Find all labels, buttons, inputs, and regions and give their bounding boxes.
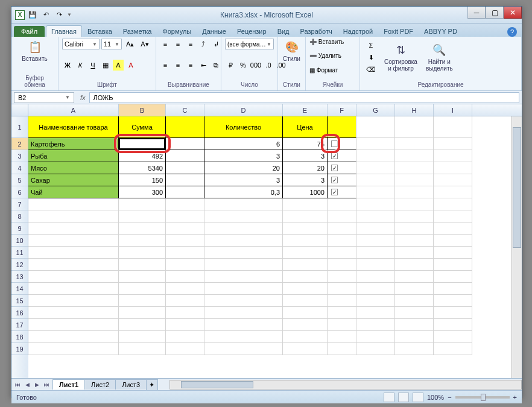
cell[interactable] [283, 198, 328, 210]
row-header-9[interactable]: 9 [11, 222, 28, 235]
nav-next-icon[interactable]: ▶ [32, 380, 42, 390]
cell[interactable] [328, 198, 356, 210]
view-layout-icon[interactable] [398, 393, 409, 402]
cell[interactable] [166, 283, 204, 295]
font-size-combo[interactable]: 11▼ [101, 39, 122, 49]
tab-developer[interactable]: Разработч [295, 25, 338, 37]
delete-cells-button[interactable]: ➖ Удалить [309, 52, 341, 59]
cell[interactable] [395, 198, 434, 210]
cell[interactable] [204, 210, 283, 222]
cell[interactable] [204, 235, 283, 247]
col-header-e[interactable]: E [283, 104, 328, 116]
row-header-1[interactable]: 1 [11, 116, 28, 138]
cell[interactable] [166, 295, 204, 307]
cells-area[interactable]: Наименование товара Сумма Количество Цен… [28, 116, 522, 378]
cell-sum[interactable]: 492 [119, 150, 166, 162]
name-box[interactable]: B2▼ [14, 92, 74, 103]
cell[interactable] [204, 271, 283, 283]
cell[interactable] [166, 162, 204, 174]
merge-icon[interactable]: ⧉ [211, 60, 221, 71]
cell[interactable] [395, 283, 434, 295]
row-header-11[interactable]: 11 [11, 247, 28, 259]
cell[interactable] [356, 174, 395, 186]
cell[interactable] [395, 186, 434, 198]
fill-icon[interactable]: ⬇ [364, 52, 378, 63]
number-format-combo[interactable]: (все форма…▼ [225, 39, 274, 49]
align-left-icon[interactable]: ≡ [160, 60, 171, 71]
cell[interactable] [328, 343, 356, 355]
autosum-icon[interactable]: Σ [364, 40, 378, 51]
cell[interactable] [204, 259, 283, 271]
view-normal-icon[interactable] [384, 393, 394, 402]
select-all-corner[interactable] [11, 104, 28, 116]
cell[interactable] [356, 138, 395, 150]
cell[interactable] [328, 235, 356, 247]
cell[interactable] [356, 271, 395, 283]
cell-qty[interactable]: 0,3 [204, 186, 283, 198]
cell[interactable] [166, 210, 204, 222]
inc-decimal-icon[interactable]: .0 [263, 60, 274, 71]
cell[interactable] [395, 116, 434, 138]
cell[interactable] [328, 271, 356, 283]
cell[interactable] [434, 319, 472, 331]
new-sheet-button[interactable]: ✦ [146, 379, 158, 390]
col-header-h[interactable]: H [395, 104, 434, 116]
nav-last-icon[interactable]: ⏭ [42, 380, 51, 390]
cell[interactable] [395, 138, 434, 150]
align-right-icon[interactable]: ≡ [185, 60, 196, 71]
wrap-icon[interactable]: ↲ [211, 39, 221, 49]
undo-icon[interactable]: ↶ [40, 10, 51, 21]
align-mid-icon[interactable]: ≡ [173, 39, 183, 49]
cell[interactable] [119, 307, 166, 319]
cell[interactable] [166, 222, 204, 235]
checkbox-icon[interactable]: ✓ [331, 153, 338, 159]
save-icon[interactable]: 💾 [27, 10, 38, 21]
font-color-icon[interactable]: A [125, 60, 136, 71]
cell-price[interactable]: 20 [283, 162, 328, 174]
view-break-icon[interactable] [413, 393, 423, 402]
cell[interactable] [283, 210, 328, 222]
row-header-19[interactable]: 19 [11, 343, 28, 355]
font-name-combo[interactable]: Calibri▼ [62, 39, 100, 49]
cell[interactable] [283, 331, 328, 343]
cell[interactable] [356, 343, 395, 355]
col-header-d[interactable]: D [204, 104, 283, 116]
cell[interactable] [356, 162, 395, 174]
cell[interactable] [283, 295, 328, 307]
cell[interactable] [356, 295, 395, 307]
cell[interactable] [356, 235, 395, 247]
cell[interactable] [434, 116, 472, 138]
col-header-f[interactable]: F [328, 104, 356, 116]
cell[interactable] [328, 283, 356, 295]
cell[interactable] [28, 295, 119, 307]
cell-name[interactable]: Картофель [28, 138, 119, 150]
cell[interactable] [356, 116, 395, 138]
cell[interactable] [356, 259, 395, 271]
minimize-button[interactable]: ─ [467, 7, 486, 19]
thousands-icon[interactable]: 000 [250, 60, 261, 71]
cell[interactable] [119, 235, 166, 247]
cell[interactable] [328, 116, 356, 138]
cell[interactable] [356, 283, 395, 295]
cell[interactable] [434, 235, 472, 247]
cell[interactable] [395, 343, 434, 355]
header-qty[interactable]: Количество [204, 116, 283, 138]
row-header-18[interactable]: 18 [11, 331, 28, 343]
tab-view[interactable]: Вид [272, 25, 295, 37]
cell[interactable] [328, 307, 356, 319]
align-bot-icon[interactable]: ≡ [185, 39, 196, 49]
cell[interactable] [434, 307, 472, 319]
row-header-4[interactable]: 4 [11, 162, 28, 174]
row-header-7[interactable]: 7 [11, 198, 28, 210]
cell[interactable] [328, 319, 356, 331]
cell[interactable] [28, 319, 119, 331]
tab-layout[interactable]: Разметка [118, 25, 157, 37]
col-header-i[interactable]: I [434, 104, 472, 116]
checkbox-icon[interactable]: ✓ [331, 165, 338, 171]
cell[interactable] [283, 222, 328, 235]
tab-home[interactable]: Главная [46, 25, 82, 37]
cell[interactable] [204, 222, 283, 235]
tab-data[interactable]: Данные [197, 25, 232, 37]
cell[interactable] [119, 247, 166, 259]
fill-color-icon[interactable]: A [113, 60, 124, 71]
